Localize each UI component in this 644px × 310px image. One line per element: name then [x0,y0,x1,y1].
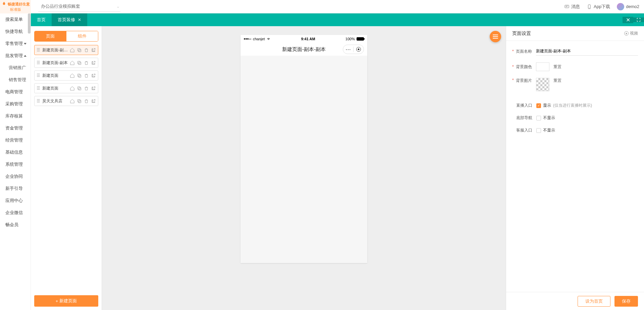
new-page-label: 新建页面 [59,298,77,304]
required-mark: * [512,78,514,83]
copy-icon[interactable] [77,60,82,65]
nav-sales[interactable]: 销售管理 [1,74,30,86]
drag-handle-icon[interactable]: ☰ [37,86,40,91]
nav-system[interactable]: 系统管理 [1,158,30,170]
canvas-menu-button[interactable] [490,31,501,42]
phone-body[interactable] [240,56,367,263]
copy-icon[interactable] [77,86,82,91]
copy-icon[interactable] [77,99,82,104]
nav-quick[interactable]: 快捷导航 [1,25,30,38]
live-checkbox[interactable]: 显示 [536,103,551,108]
account-selector[interactable]: 办公品行业模拟账套 ⌄ [38,1,120,12]
app-download-label: App下载 [594,4,610,10]
capsule-close-button[interactable] [354,45,364,54]
avatar [617,3,624,10]
user-menu[interactable]: demo2 [617,3,639,10]
svg-rect-5 [78,62,81,65]
nav-label: 营销推广 [9,65,26,71]
nav-collab[interactable]: 企业协同 [1,170,30,183]
nav-label: 新手引导 [5,186,23,192]
fullscreen-icon [636,17,641,22]
svg-rect-7 [78,75,81,78]
copy-icon[interactable] [77,73,82,78]
new-page-button[interactable]: + 新建页面 [34,295,98,307]
home-icon[interactable] [70,99,75,104]
nav-ecom[interactable]: 电商管理 [1,86,30,98]
messages-button[interactable]: 消息 [564,4,580,10]
kefu-checkbox[interactable]: 不显示 [536,127,555,133]
panel-tab-component[interactable]: 组件 [66,31,98,41]
nav-label: 批发管理 [5,53,23,59]
external-icon[interactable] [91,86,96,91]
tab-home[interactable]: 首页 [31,13,52,26]
capsule-more-button[interactable]: ⋯ [343,45,353,54]
drag-handle-icon[interactable]: ☰ [37,99,40,103]
nav-retail[interactable]: 零售管理 [1,38,30,50]
home-icon[interactable] [70,86,75,91]
properties-footer: 设为首页 保存 [506,292,644,310]
nav-marketing[interactable]: 营销推广 [1,62,30,74]
nav-funds[interactable]: 资金管理 [1,122,30,134]
app-download-button[interactable]: App下载 [587,4,610,10]
miniprogram-capsule: ⋯ [343,45,364,54]
nav-member[interactable]: 畅会员 [1,219,30,231]
nav-purchase[interactable]: 采购管理 [1,98,30,110]
nav-guide[interactable]: 新手引导 [1,183,30,195]
page-item[interactable]: ☰ 新建页面 [34,70,98,81]
canvas[interactable]: chanjet 9:41 AM 100% 新建页面-副本-副本 ⋯ [102,26,506,310]
checkbox-label: 不显示 [543,127,555,133]
delete-icon[interactable] [84,86,89,91]
bgcolor-reset-button[interactable]: 重置 [553,64,561,70]
set-home-button[interactable]: 设为首页 [578,296,610,307]
nav-label: 库存核算 [5,113,23,119]
properties-title: 页面设置 [512,31,531,37]
nav-search[interactable]: 搜索菜单 [1,13,30,25]
panel-tab-page[interactable]: 页面 [35,31,66,41]
page-item[interactable]: ☰ 新建页面-副本 [34,58,98,68]
tab-label: 首页装修 [58,17,75,23]
home-icon[interactable] [70,73,75,78]
play-icon [624,31,629,36]
bgimg-reset-button[interactable]: 重置 [553,78,561,84]
fullscreen-button[interactable] [633,17,644,22]
field-label: 背景颜色 [516,64,536,70]
drag-handle-icon[interactable]: ☰ [37,48,40,52]
home-icon[interactable] [70,48,75,53]
brand-edition: 标准版 [10,7,21,12]
nav-stock[interactable]: 库存核算 [1,110,30,122]
svg-rect-8 [78,74,80,76]
external-icon[interactable] [91,60,96,65]
page-name-input[interactable] [536,47,638,56]
nav-wholesale[interactable]: 批发管理 [1,50,30,62]
page-item[interactable]: ☰ 新建页面 [34,83,98,93]
nav-wecom[interactable]: 企业微信 [1,207,30,219]
nav-base[interactable]: 基础信息 [1,146,30,158]
close-icon[interactable]: ✕ [78,17,81,22]
nav-label: 系统管理 [5,161,23,167]
delete-icon[interactable] [84,48,89,53]
tab-decor[interactable]: 首页装修 ✕ [52,13,87,26]
delete-icon[interactable] [84,99,89,104]
external-icon[interactable] [91,99,96,104]
external-icon[interactable] [91,48,96,53]
save-button[interactable]: 保存 [614,296,638,307]
nav-appcenter[interactable]: 应用中心 [1,195,30,207]
external-icon[interactable] [91,73,96,78]
page-item[interactable]: ☰ 新建页面-副本... [34,45,98,55]
page-item[interactable]: ☰ 昊天文具店 [34,96,98,106]
drag-handle-icon[interactable]: ☰ [37,73,40,78]
copy-icon[interactable] [77,48,82,53]
chevron-down-icon: ⌄ [116,4,120,9]
home-icon[interactable] [70,60,75,65]
required-mark: * [512,49,514,54]
nav-label: 企业微信 [5,210,23,216]
drag-handle-icon[interactable]: ☰ [37,60,40,65]
bgcolor-swatch[interactable] [536,62,549,71]
delete-icon[interactable] [84,73,89,78]
video-help-button[interactable]: 视频 [624,31,638,36]
bottomnav-checkbox[interactable]: 不显示 [536,115,555,121]
nav-ops[interactable]: 经营管理 [1,134,30,146]
bgimg-picker[interactable] [536,78,549,91]
tab-close-all-button[interactable]: ✕ [623,17,633,23]
delete-icon[interactable] [84,60,89,65]
